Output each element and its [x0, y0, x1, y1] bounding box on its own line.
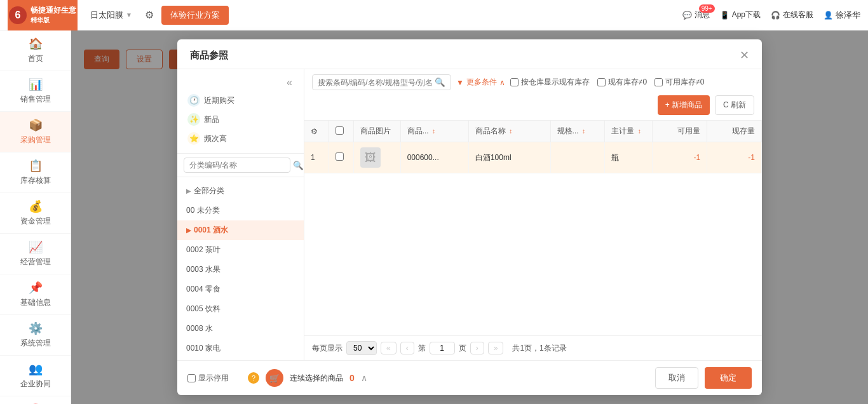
nav-dropdown[interactable]: 日太阳膜 ▼ [85, 7, 137, 24]
category-search-input[interactable] [184, 158, 290, 173]
table-header-row: ⚙ 商品图片 商品... ↕ [304, 121, 762, 142]
message-button[interactable]: 💬 消息 99+ [682, 10, 710, 20]
category-search-button[interactable]: 🔍 [293, 161, 304, 170]
trial-button[interactable]: 体验行业方案 [161, 6, 229, 25]
col-avail-header: 可用量 [653, 121, 707, 142]
col-code-header[interactable]: 商品... ↕ [400, 121, 468, 142]
cart-button[interactable]: 🛒 [266, 369, 283, 387]
row-code: 000600... [400, 142, 468, 173]
usable-stock-checkbox[interactable] [654, 78, 663, 86]
message-badge: 99+ [699, 4, 715, 13]
sidebar-item-guide[interactable]: 🎯 新手引导 [0, 396, 71, 404]
app-download-button[interactable]: 📱 App下载 [720, 10, 761, 20]
category-list: ▶ 全部分类 00 未分类 ▶ 0001 酒水 0002 茶 [177, 177, 304, 360]
by-warehouse-label: 按仓库显示现有库存 [521, 77, 590, 88]
more-filter-button[interactable]: ▼ 更多条件 ∧ [456, 77, 505, 88]
cat-label: 0008 水 [186, 323, 213, 334]
cat-item-3[interactable]: 0003 水果 [177, 260, 304, 279]
username-label: 徐泽华 [836, 10, 860, 21]
page-suffix: 页 [459, 343, 466, 354]
header-nav: 日太阳膜 ▼ ⚙ 体验行业方案 [78, 6, 682, 25]
modal-close-button[interactable]: ✕ [740, 48, 749, 62]
cat-item-4[interactable]: 0004 零食 [177, 279, 304, 299]
sidebar-item-home[interactable]: 🏠 首页 [0, 30, 71, 71]
quick-filter-recent[interactable]: 🕐 近期购买 [184, 91, 297, 110]
add-product-button[interactable]: + 新增商品 [658, 95, 710, 115]
cb-usable-stock[interactable]: 可用库存≠0 [654, 77, 704, 88]
cat-item-0[interactable]: 00 未分类 [177, 201, 304, 220]
nav-dropdown-label: 日太阳膜 [90, 10, 123, 21]
frequent-icon: ⭐ [187, 132, 200, 145]
recent-label: 近期购买 [204, 95, 234, 106]
cat-item-6[interactable]: 0008 水 [177, 319, 304, 339]
gear-button[interactable]: ⚙ [142, 6, 156, 24]
page-prev-button[interactable]: ‹ [400, 342, 414, 354]
sidebar-item-label: 库存核算 [20, 175, 51, 186]
help-icon[interactable]: ? [248, 372, 259, 384]
user-icon: 👤 [824, 11, 833, 20]
product-table-container: ⚙ 商品图片 商品... ↕ [304, 121, 762, 335]
confirm-button[interactable]: 确定 [705, 367, 752, 389]
sort-icon: ↕ [582, 128, 585, 135]
search-button[interactable]: 🔍 [435, 77, 445, 87]
select-all-checkbox[interactable] [336, 126, 344, 135]
page-input[interactable] [430, 342, 455, 354]
header-right: 💬 消息 99+ 📱 App下载 🎧 在线客服 👤 徐泽华 [682, 10, 860, 21]
cat-item-5[interactable]: 0005 饮料 [177, 299, 304, 319]
refresh-button[interactable]: C 刷新 [715, 95, 754, 115]
online-service-button[interactable]: 🎧 在线客服 [771, 10, 813, 20]
sidebar-item-label: 采购管理 [20, 135, 51, 145]
col-spec-header[interactable]: 规格... ↕ [550, 121, 605, 142]
page-next-button[interactable]: › [470, 342, 484, 354]
collapse-panel-button[interactable]: « [281, 74, 297, 91]
usable-label: 可用库存≠0 [665, 77, 704, 88]
sidebar-item-inventory[interactable]: 📋 库存核算 [0, 152, 71, 193]
filter-arrow-icon: ∧ [499, 78, 505, 87]
sidebar-item-operations[interactable]: 📈 经营管理 [0, 234, 71, 274]
sidebar-item-procurement[interactable]: 📦 采购管理 [0, 112, 71, 152]
col-unit-header[interactable]: 主计量 ↕ [605, 121, 653, 142]
cat-item-all[interactable]: ▶ 全部分类 [177, 181, 304, 201]
product-search-input[interactable] [318, 78, 432, 87]
product-reference-modal: 商品参照 ✕ « 🕐 近期购买 [177, 39, 762, 395]
app-download-label: App下载 [732, 10, 761, 20]
headset-icon: 🎧 [771, 11, 780, 20]
by-warehouse-checkbox[interactable] [510, 78, 519, 86]
show-disabled-label[interactable]: 显示停用 [187, 373, 229, 384]
sidebar-item-basic-info[interactable]: 📌 基础信息 [0, 274, 71, 315]
per-page-select[interactable]: 50 [346, 341, 377, 355]
cb-by-warehouse[interactable]: 按仓库显示现有库存 [510, 77, 590, 88]
table-row[interactable]: 1 🖼 000600... 白酒100ml [304, 142, 762, 173]
cat-item-2[interactable]: 0002 茶叶 [177, 240, 304, 260]
collapse-footer-button[interactable]: ∧ [361, 373, 367, 383]
sidebar-item-collaboration[interactable]: 👥 企业协同 [0, 356, 71, 396]
col-name-header[interactable]: 商品名称 ↕ [468, 121, 550, 142]
quick-filters: « 🕐 近期购买 ✨ 新品 ⭐ [177, 69, 304, 154]
pagination: 每页显示 50 « ‹ 第 页 › » 共1页，1条记录 [304, 335, 762, 360]
available-stock-checkbox[interactable] [597, 78, 606, 86]
product-panel: 🔍 ▼ 更多条件 ∧ 按仓库显示现有库存 [304, 69, 762, 360]
per-page-label: 每页显示 [312, 343, 342, 354]
sidebar-item-finance[interactable]: 💰 资金管理 [0, 193, 71, 234]
col-check [329, 121, 354, 142]
show-disabled-checkbox[interactable] [187, 374, 196, 382]
row-checkbox[interactable] [336, 152, 344, 161]
quick-filter-frequent[interactable]: ⭐ 频次高 [184, 129, 297, 148]
sidebar: 🏠 首页 📊 销售管理 📦 采购管理 📋 库存核算 💰 资金管理 📈 经营管理 … [0, 30, 71, 404]
cb-available-stock[interactable]: 现有库存≠0 [597, 77, 647, 88]
home-icon: 🏠 [29, 37, 43, 51]
quick-filter-new[interactable]: ✨ 新品 [184, 110, 297, 129]
footer-left: 显示停用 [187, 373, 229, 384]
cat-label: 0004 零食 [186, 284, 220, 295]
page-first-button[interactable]: « [381, 342, 397, 354]
col-settings[interactable]: ⚙ [304, 121, 329, 142]
row-available: -1 [653, 142, 707, 173]
row-index: 1 [304, 142, 329, 173]
cat-item-7[interactable]: 0010 家电 [177, 339, 304, 358]
sidebar-item-system[interactable]: ⚙️ 系统管理 [0, 315, 71, 356]
cancel-button[interactable]: 取消 [655, 367, 698, 389]
sidebar-item-sales[interactable]: 📊 销售管理 [0, 71, 71, 112]
cat-item-1[interactable]: ▶ 0001 酒水 [177, 220, 304, 240]
page-last-button[interactable]: » [488, 342, 504, 354]
user-avatar[interactable]: 👤 徐泽华 [824, 10, 860, 21]
